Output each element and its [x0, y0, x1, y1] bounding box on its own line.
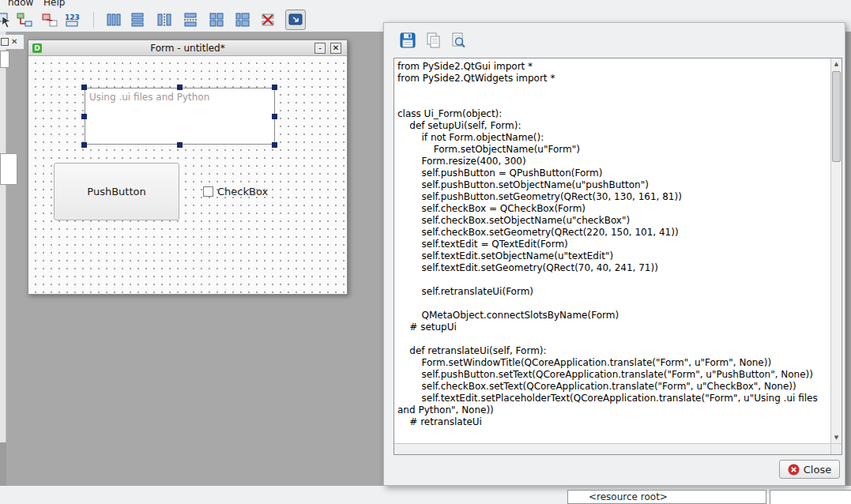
- selection-handle-top-right[interactable]: [272, 85, 277, 90]
- checkbox-widget[interactable]: CheckBox: [203, 186, 268, 197]
- generated-python-code[interactable]: from PySide2.QtGui import * from PySide2…: [394, 58, 830, 443]
- widget-list-fragment[interactable]: [0, 153, 17, 185]
- scrollbar-corner: [830, 443, 842, 454]
- left-dock-rail: [0, 32, 6, 486]
- dock-fragment: [0, 442, 6, 486]
- python-code-dialog: from PySide2.QtGui import * from PySide2…: [383, 22, 845, 486]
- layout-vertical-splitter-icon[interactable]: [180, 9, 201, 30]
- svg-text:123: 123: [65, 13, 80, 21]
- designer-form-icon: D: [32, 43, 42, 53]
- layout-grid-icon[interactable]: [206, 9, 227, 30]
- horizontal-scrollbar[interactable]: [394, 443, 830, 454]
- widget-filter-fragment[interactable]: [0, 51, 9, 68]
- checkbox-indicator[interactable]: [203, 186, 213, 197]
- edit-tab-order-icon[interactable]: 123: [63, 9, 84, 30]
- edit-signals-slots-icon[interactable]: [14, 9, 35, 30]
- toolbar-separator: [93, 12, 94, 28]
- resource-root-item[interactable]: <resource root>: [567, 490, 766, 504]
- scrollbar-thumb[interactable]: [832, 71, 841, 162]
- selection-handle-bottom-left[interactable]: [81, 142, 87, 148]
- textedit-placeholder-text: Using .ui files and Python: [89, 92, 209, 103]
- menu-item-window[interactable]: ndow: [8, 0, 33, 8]
- selection-handle-bottom-right[interactable]: [272, 142, 277, 148]
- selection-handle-right[interactable]: [272, 114, 277, 119]
- selection-handle-top[interactable]: [177, 85, 183, 90]
- layout-form-icon[interactable]: [232, 9, 253, 30]
- vertical-scrollbar[interactable]: ▲ ▼: [830, 58, 842, 443]
- selection-handle-left[interactable]: [81, 114, 87, 119]
- dock-float-icon[interactable]: [1, 38, 9, 46]
- dock-close-icon[interactable]: ✕: [11, 38, 17, 46]
- find-icon[interactable]: [448, 30, 469, 51]
- textedit-widget[interactable]: Using .ui files and Python: [85, 88, 275, 145]
- menu-bar: ndow Help: [0, 0, 851, 8]
- layout-horizontal-icon[interactable]: [104, 9, 124, 30]
- pushbutton-widget[interactable]: PushButton: [54, 163, 179, 220]
- break-layout-icon[interactable]: [258, 9, 278, 30]
- close-button[interactable]: Close: [779, 460, 840, 479]
- form-editor-window: D Form - untitled* - ✕ Using .ui files a…: [28, 39, 348, 295]
- dock-titlebar-fragment: ✕: [0, 35, 24, 49]
- selection-handle-top-left[interactable]: [81, 85, 87, 90]
- selection-handle-bottom[interactable]: [177, 142, 183, 148]
- layout-vertical-icon[interactable]: [127, 9, 148, 30]
- form-close-button[interactable]: ✕: [330, 43, 341, 54]
- edit-widgets-icon[interactable]: [0, 9, 14, 30]
- scroll-up-icon[interactable]: ▲: [831, 58, 842, 70]
- save-icon[interactable]: [397, 30, 418, 51]
- qt-designer-main-window: ndow Help 123: [0, 0, 851, 504]
- adjust-size-icon[interactable]: [285, 9, 306, 30]
- close-button-label: Close: [804, 464, 831, 476]
- form-minimize-button[interactable]: -: [314, 43, 326, 54]
- copy-icon[interactable]: [424, 30, 444, 51]
- scroll-down-icon[interactable]: ▼: [831, 432, 842, 443]
- checkbox-label: CheckBox: [217, 186, 268, 197]
- menu-item-help[interactable]: Help: [43, 0, 65, 8]
- resource-panel-fragment: [770, 490, 851, 504]
- form-window-titlebar[interactable]: D Form - untitled* - ✕: [28, 40, 347, 56]
- layout-horizontal-splitter-icon[interactable]: [154, 9, 175, 30]
- close-circle-icon: [788, 464, 800, 476]
- form-window-title: Form - untitled*: [28, 43, 347, 54]
- code-text-area[interactable]: from PySide2.QtGui import * from PySide2…: [393, 58, 842, 455]
- edit-buddies-icon[interactable]: [40, 9, 60, 30]
